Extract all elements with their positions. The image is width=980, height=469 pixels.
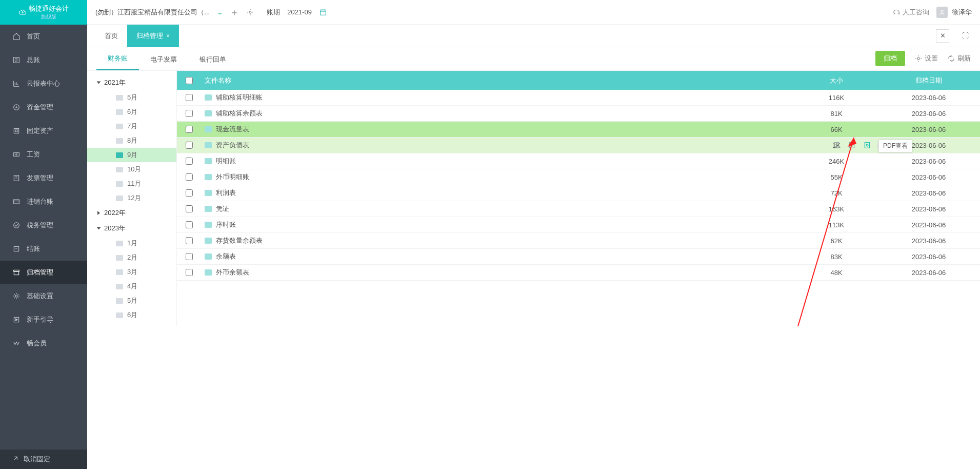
excel-download-icon[interactable] bbox=[831, 140, 842, 150]
table-row[interactable]: 现金流量表66K2023-06-06 bbox=[177, 122, 980, 138]
tree-year-2022[interactable]: 2022年 bbox=[87, 205, 176, 221]
table-row[interactable]: 凭证163K2023-06-06 bbox=[177, 201, 980, 217]
folder-icon bbox=[116, 124, 123, 129]
row-checkbox[interactable] bbox=[186, 126, 193, 133]
nav-invoice[interactable]: 发票管理 bbox=[0, 166, 87, 190]
tree-month-10[interactable]: 10月 bbox=[87, 162, 176, 177]
table-row[interactable]: 外币余额表48K2023-06-06 bbox=[177, 265, 980, 281]
svg-point-15 bbox=[941, 10, 943, 12]
tree-year-2023[interactable]: 2023年 bbox=[87, 221, 176, 236]
tree-month-4[interactable]: 4月 bbox=[87, 279, 176, 294]
table-row[interactable]: 利润表72K2023-06-06 bbox=[177, 185, 980, 201]
settings-link[interactable]: 设置 bbox=[914, 54, 938, 63]
tree-month-12[interactable]: 12月 bbox=[87, 191, 176, 205]
row-checkbox[interactable] bbox=[186, 237, 193, 244]
nav-closing[interactable]: 结账 bbox=[0, 237, 87, 261]
vip-icon bbox=[12, 339, 21, 347]
nav-guide[interactable]: 新手引导 bbox=[0, 308, 87, 331]
folder-icon bbox=[116, 152, 123, 158]
brand-name: 畅捷通好会计 bbox=[29, 4, 69, 13]
unpin-button[interactable]: 取消固定 bbox=[0, 450, 87, 469]
nav-vip[interactable]: 畅会员 bbox=[0, 331, 87, 355]
tree-month-3[interactable]: 3月 bbox=[87, 265, 176, 279]
archive-button[interactable]: 归档 bbox=[875, 51, 905, 66]
pdf-view-icon[interactable] bbox=[862, 140, 872, 150]
row-checkbox[interactable] bbox=[186, 158, 193, 165]
tree-month-7[interactable]: 7月 bbox=[87, 119, 176, 133]
fullscreen-button[interactable]: ⛶ bbox=[958, 29, 972, 43]
close-all-button[interactable]: ✕ bbox=[936, 29, 949, 43]
table-row[interactable]: 辅助核算余额表81K2023-06-06 bbox=[177, 106, 980, 122]
row-checkbox[interactable] bbox=[186, 253, 193, 260]
refresh-icon bbox=[947, 54, 955, 63]
period-value[interactable]: 2021-09 bbox=[287, 8, 312, 16]
row-checkbox[interactable] bbox=[186, 173, 193, 181]
table-row[interactable]: 外币明细账55K2023-06-06 bbox=[177, 169, 980, 185]
tree-month-9[interactable]: 9月 bbox=[87, 148, 176, 162]
headset-icon bbox=[892, 8, 901, 16]
settings-icon[interactable] bbox=[246, 8, 254, 16]
row-checkbox[interactable] bbox=[186, 269, 193, 276]
table-row[interactable]: 余额表83K2023-06-06 bbox=[177, 249, 980, 265]
close-tab-icon[interactable]: × bbox=[166, 32, 170, 40]
avatar-icon bbox=[936, 7, 948, 18]
nav-ledger[interactable]: 总账 bbox=[0, 48, 87, 72]
nav-home[interactable]: 首页 bbox=[0, 25, 87, 48]
tree-month-2[interactable]: 2月 bbox=[87, 250, 176, 265]
nav-archive[interactable]: 归档管理 bbox=[0, 261, 87, 284]
nav-tax[interactable]: 税务管理 bbox=[0, 213, 87, 237]
svg-rect-2 bbox=[14, 128, 18, 133]
chevron-down-icon[interactable]: ⌄ bbox=[215, 8, 225, 16]
nav-stock[interactable]: 进销台账 bbox=[0, 190, 87, 213]
table-row[interactable]: 资产负债表 PDF查看 1K 2023-06-06 bbox=[177, 138, 980, 153]
gear-icon bbox=[12, 292, 21, 300]
tab-home[interactable]: 首页 bbox=[95, 25, 127, 47]
file-icon bbox=[205, 174, 212, 180]
year-tree: 2021年 5月 6月 7月 8月 9月 10月 11月 12月 2022年 2… bbox=[87, 71, 177, 326]
tree-month-11[interactable]: 11月 bbox=[87, 177, 176, 191]
nav-settings[interactable]: 基础设置 bbox=[0, 284, 87, 308]
subtab-einvoice[interactable]: 电子发票 bbox=[139, 49, 188, 70]
table-row[interactable]: 辅助核算明细账116K2023-06-06 bbox=[177, 90, 980, 106]
tree-year-2021[interactable]: 2021年 bbox=[87, 75, 176, 90]
row-checkbox[interactable] bbox=[186, 221, 193, 228]
tab-archive[interactable]: 归档管理× bbox=[127, 25, 179, 47]
tree-month-6[interactable]: 6月 bbox=[87, 105, 176, 119]
tree-month-6b[interactable]: 6月 bbox=[87, 308, 176, 322]
asset-icon bbox=[12, 127, 21, 135]
tree-month-5[interactable]: 5月 bbox=[87, 90, 176, 105]
col-size: 大小 bbox=[795, 76, 877, 85]
support-link[interactable]: 人工咨询 bbox=[892, 8, 929, 17]
refresh-link[interactable]: 刷新 bbox=[947, 54, 971, 63]
subtab-bank[interactable]: 银行回单 bbox=[188, 49, 237, 70]
row-checkbox[interactable] bbox=[186, 205, 193, 212]
row-checkbox[interactable] bbox=[186, 110, 193, 117]
row-checkbox[interactable] bbox=[186, 142, 193, 149]
row-checkbox[interactable] bbox=[186, 189, 193, 197]
nav-funds[interactable]: 资金管理 bbox=[0, 95, 87, 119]
add-button[interactable]: ＋ bbox=[230, 6, 239, 18]
table-row[interactable]: 明细账246K2023-06-06 bbox=[177, 153, 980, 169]
subtab-finance[interactable]: 财务账 bbox=[96, 48, 139, 70]
ledger-icon bbox=[12, 56, 21, 64]
folder-icon bbox=[116, 312, 123, 318]
folder-icon bbox=[116, 95, 123, 101]
nav-report[interactable]: 云报表中心 bbox=[0, 72, 87, 95]
table-row[interactable]: 序时账113K2023-06-06 bbox=[177, 217, 980, 233]
tree-month-5b[interactable]: 5月 bbox=[87, 294, 176, 308]
svg-rect-19 bbox=[865, 143, 869, 148]
tree-month-8[interactable]: 8月 bbox=[87, 133, 176, 148]
calendar-icon[interactable] bbox=[319, 8, 327, 16]
user-menu[interactable]: 徐泽华 bbox=[936, 7, 972, 18]
svg-point-11 bbox=[15, 295, 17, 297]
nav-salary[interactable]: 工资 bbox=[0, 143, 87, 166]
pdf-download-icon[interactable] bbox=[847, 140, 857, 150]
company-selector[interactable]: (勿删）江西服宝精品有限责任公司（... bbox=[95, 8, 210, 17]
row-checkbox[interactable] bbox=[186, 94, 193, 101]
nav-asset[interactable]: 固定资产 bbox=[0, 119, 87, 143]
tree-month-1[interactable]: 1月 bbox=[87, 236, 176, 250]
folder-icon bbox=[116, 298, 123, 304]
file-table: 文件名称 大小 归档日期 辅助核算明细账116K2023-06-06 辅助核算余… bbox=[177, 71, 980, 326]
select-all-checkbox[interactable] bbox=[186, 77, 193, 84]
table-row[interactable]: 存货数量余额表62K2023-06-06 bbox=[177, 233, 980, 249]
